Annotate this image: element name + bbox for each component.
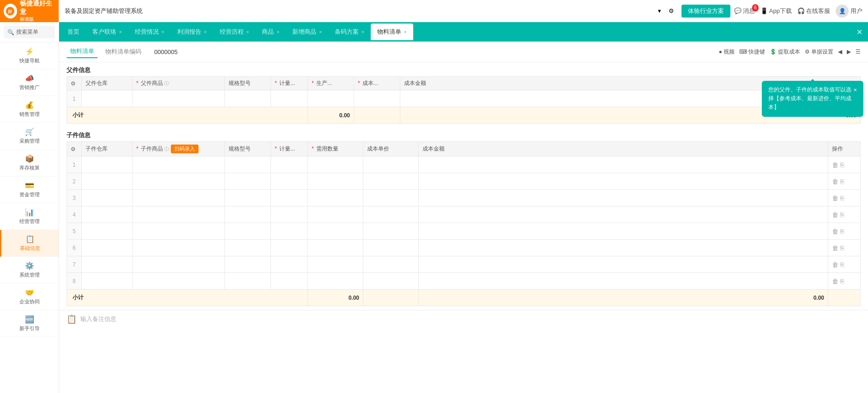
sidebar-item-operation[interactable]: 📊 经营管理 [0,203,59,230]
child-cell-amount-5[interactable] [419,223,828,240]
child-cell-warehouse-3[interactable] [82,190,133,206]
child-cell-spec-3[interactable] [225,190,271,206]
parent-cell-cost[interactable] [354,91,400,107]
parent-cell-warehouse[interactable] [82,91,133,107]
copy-icon-6[interactable]: ⎘ [840,244,844,252]
copy-icon-4[interactable]: ⎘ [840,211,844,218]
sidebar-item-marketing[interactable]: 📣 营销推广 [0,69,59,96]
child-cell-unit-1[interactable] [271,157,308,173]
sidebar-item-finance[interactable]: 💳 资金管理 [0,176,59,203]
tab-barcode[interactable]: 条码方案 × [328,24,371,40]
child-cell-warehouse-4[interactable] [82,206,133,223]
delete-icon-5[interactable]: 🗑 [832,228,838,235]
child-cell-unitcost-2[interactable] [363,173,419,190]
sidebar-item-cooperation[interactable]: 🤝 企业协同 [0,284,59,310]
tab-history-close[interactable]: × [247,30,249,35]
copy-icon-8[interactable]: ⎘ [840,278,844,285]
child-cell-amount-6[interactable] [419,240,828,256]
child-cell-unit-2[interactable] [271,173,308,190]
child-cell-unitcost-3[interactable] [363,190,419,206]
delete-icon-2[interactable]: 🗑 [832,178,838,185]
parent-cell-production[interactable] [308,91,354,107]
page-next-button[interactable]: ▶ [847,48,851,55]
tab-new-goods[interactable]: 新增商品 × [286,24,328,40]
child-cell-amount-1[interactable] [419,157,828,173]
child-cell-qty-3[interactable] [308,190,363,206]
child-cell-unitcost-8[interactable] [363,273,419,290]
child-cell-unit-6[interactable] [271,240,308,256]
delete-icon-3[interactable]: 🗑 [832,194,838,202]
search-menu-button[interactable]: 🔍 搜索菜单 [4,26,55,38]
tab-history[interactable]: 经营历程 × [213,24,256,40]
sidebar-item-basic[interactable]: 📋 基础信息 [0,230,59,257]
child-cell-goods-3[interactable] [133,190,225,206]
tab-goods-close[interactable]: × [277,30,279,35]
child-cell-qty-5[interactable] [308,223,363,240]
parent-cell-unit[interactable] [271,91,308,107]
sidebar-item-quick-nav[interactable]: ⚡ 快捷导航 [0,42,59,69]
child-cell-unit-8[interactable] [271,273,308,290]
delete-icon-7[interactable]: 🗑 [832,261,838,268]
scan-input-button[interactable]: 扫码录入 [171,145,199,153]
child-settings-icon[interactable]: ⚙ [71,146,76,152]
delete-icon-4[interactable]: 🗑 [832,211,838,218]
child-cell-qty-6[interactable] [308,240,363,256]
child-cell-spec-6[interactable] [225,240,271,256]
cost-action[interactable]: 💲 提取成本 [770,48,800,56]
child-cell-goods-6[interactable] [133,240,225,256]
experience-plan-button[interactable]: 体验行业方案 [681,5,730,18]
copy-icon-5[interactable]: ⎘ [840,228,844,235]
child-cell-qty-4[interactable] [308,206,363,223]
sidebar-item-inventory[interactable]: 📦 库存核算 [0,150,59,176]
parent-cell-goods[interactable] [133,91,225,107]
child-cell-unitcost-7[interactable] [363,256,419,273]
close-all-tabs-button[interactable]: ✕ [853,26,866,38]
child-cell-goods-5[interactable] [133,223,225,240]
tab-customer-close[interactable]: × [119,30,122,35]
child-cell-warehouse-1[interactable] [82,157,133,173]
child-cell-goods-7[interactable] [133,256,225,273]
tab-bom-close[interactable]: × [404,30,407,35]
child-cell-qty-2[interactable] [308,173,363,190]
child-cell-warehouse-8[interactable] [82,273,133,290]
child-cell-spec-8[interactable] [225,273,271,290]
page-menu-button[interactable]: ☰ [856,48,861,55]
copy-icon-1[interactable]: ⎘ [840,161,844,169]
app-download-button[interactable]: 📱 App下载 [760,7,792,15]
tab-home[interactable]: 首页 [61,24,86,40]
delete-icon-6[interactable]: 🗑 [832,244,838,252]
child-cell-qty-1[interactable] [308,157,363,173]
tab-goods[interactable]: 商品 × [255,24,286,40]
sidebar-item-sales[interactable]: 💰 销售管理 [0,96,59,123]
child-cell-spec-7[interactable] [225,256,271,273]
tab-bom[interactable]: 物料清单 × [371,24,413,40]
sidebar-item-system[interactable]: ⚙️ 系统管理 [0,257,59,284]
child-cell-unit-7[interactable] [271,256,308,273]
copy-icon-7[interactable]: ⎘ [840,261,844,268]
child-cell-spec-1[interactable] [225,157,271,173]
child-cell-goods-4[interactable] [133,206,225,223]
child-cell-amount-7[interactable] [419,256,828,273]
child-cell-warehouse-5[interactable] [82,223,133,240]
child-cell-goods-1[interactable] [133,157,225,173]
child-cell-unitcost-4[interactable] [363,206,419,223]
child-cell-goods-2[interactable] [133,173,225,190]
child-cell-unit-3[interactable] [271,190,308,206]
settings-action[interactable]: ⚙ 单据设置 [805,48,833,56]
tab-barcode-close[interactable]: × [362,30,364,35]
system-title-expand[interactable]: ▾ [658,7,661,14]
child-cell-unitcost-6[interactable] [363,240,419,256]
child-cell-qty-7[interactable] [308,256,363,273]
page-prev-button[interactable]: ◀ [838,48,842,55]
child-cell-amount-8[interactable] [419,273,828,290]
child-cell-warehouse-2[interactable] [82,173,133,190]
sidebar-item-guide[interactable]: 🆕 新手引导 [0,310,59,337]
copy-icon-3[interactable]: ⎘ [840,194,844,202]
child-cell-amount-4[interactable] [419,206,828,223]
tab-new-goods-close[interactable]: × [319,30,322,35]
tooltip-close-button[interactable]: × [853,85,857,95]
tab-profit[interactable]: 利润报告 × [171,24,213,40]
message-button[interactable]: 💬 消息 6 [734,7,755,15]
tab-profit-close[interactable]: × [204,30,207,35]
child-cell-spec-2[interactable] [225,173,271,190]
